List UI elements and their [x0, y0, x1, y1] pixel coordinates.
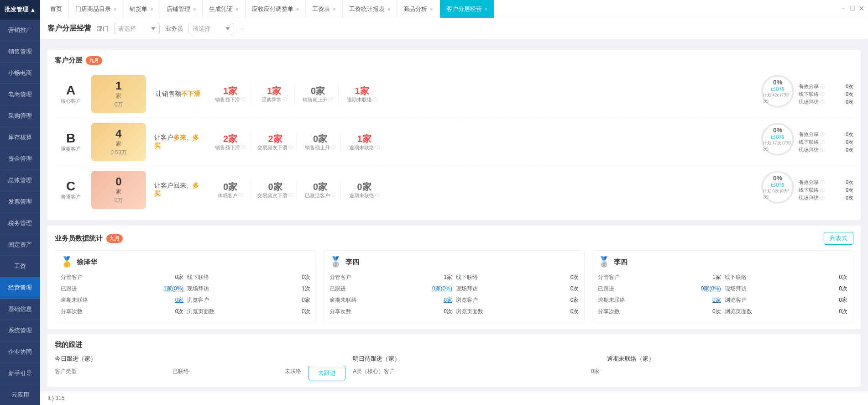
staff-stat-row: 浏览页面数 0次	[725, 307, 847, 316]
staff-stat-value: 0家	[839, 296, 847, 304]
sidebar-item-电商管理[interactable]: 电商管理	[0, 84, 40, 105]
filter-more[interactable]: ···	[240, 25, 245, 32]
contact-circle-A: 0% 已联络 计划 4次 (7天/次)	[761, 75, 794, 108]
tab-close-工资表[interactable]: ×	[333, 6, 335, 12]
sidebar-item-税务管理[interactable]: 税务管理	[0, 213, 40, 234]
minimize-icon[interactable]: －	[839, 4, 847, 14]
tab-客户分层经营[interactable]: 客户分层经营×	[440, 0, 494, 18]
tab-应收应付调整单[interactable]: 应收应付调整单×	[246, 0, 306, 18]
list-view-btn[interactable]: 列表式	[824, 232, 853, 245]
staff-stat-value: 0次	[839, 285, 847, 293]
tier-count-B[interactable]: 4 家 0.53万	[91, 123, 146, 161]
staff-stat-link[interactable]: 0家(0%)	[701, 285, 721, 293]
sidebar-item-总账管理[interactable]: 总账管理	[0, 170, 40, 191]
contact-circle-B: 0% 已联络 计划 17次 (7天/次)	[761, 123, 794, 156]
followup-btn-col: 去跟进	[309, 355, 345, 380]
sidebar-item-工资[interactable]: 工资	[0, 256, 40, 277]
tab-close-店铺管理[interactable]: ×	[193, 6, 196, 12]
sidebar-item-采购管理[interactable]: 采购管理	[0, 105, 40, 127]
stat-item[interactable]: 2家 销售额下滑 ⓘ	[210, 131, 251, 153]
stat-item[interactable]: 1家 逾期未联络 ⓘ	[341, 84, 382, 105]
tier-count-A[interactable]: 1 家 0万	[91, 75, 146, 113]
sidebar-item-基础信息[interactable]: 基础信息	[0, 299, 40, 320]
stat-item[interactable]: 2家 交易频次下滑 ⓘ	[254, 131, 297, 153]
staff-grid: 🥇 徐泽华 分管客户 0家 线下联络 0次 已跟进 1家(0%) 现场拜访 1次	[55, 250, 853, 322]
content-area: 客户分层 九月 A 核心客户 1 家 0万 让销售额不下滑 1家 销售额下滑 ⓘ…	[40, 44, 868, 391]
staff-stat-value: 0次	[175, 308, 184, 316]
stat-item[interactable]: 0家 销售额上升 ⓘ	[298, 84, 339, 105]
tier-row-C: C 普通客户 0 家 0万 让客户回来、多买 0家 休眠客户 ⓘ 0家 交易频次…	[55, 166, 853, 214]
tab-close-门店商品目录[interactable]: ×	[114, 6, 116, 12]
tab-门店商品目录[interactable]: 门店商品目录×	[69, 0, 123, 18]
stat-item[interactable]: 0家 已激活客户 ⓘ	[300, 179, 341, 201]
staff-stat-link[interactable]: 0家	[175, 296, 184, 304]
tab-首页[interactable]: 首页	[44, 0, 69, 18]
right-stats-B: 有效分享 ⓘ 0次 线下联络 ⓘ 0次 现场拜访 ⓘ 0次	[799, 123, 853, 161]
sidebar-item-固定资产[interactable]: 固定资产	[0, 234, 40, 256]
sidebar-item-云应用[interactable]: 云应用	[0, 384, 40, 405]
close-all-icon[interactable]: ✕	[858, 4, 864, 14]
staff-stat-row: 分管客户 1家	[329, 273, 452, 282]
sidebar-item-小畅电商[interactable]: 小畅电商	[0, 63, 40, 84]
staff-stat-link[interactable]: 0家	[444, 296, 452, 304]
stat-item[interactable]: 0家 交易频次下滑 ⓘ	[254, 179, 297, 201]
sidebar-item-系统管理[interactable]: 系统管理	[0, 320, 40, 342]
staff-stat-link[interactable]: 1家(0%)	[163, 285, 183, 293]
sidebar-item-资金管理[interactable]: 资金管理	[0, 148, 40, 170]
followup-section: 我的跟进 今日跟进（家） 客户类型 已联络 未联络 去跟进 明日待跟进（家）	[47, 334, 861, 387]
stat-item[interactable]: 0家 休眠客户 ⓘ	[210, 179, 251, 201]
staff-stat-link[interactable]: 0家(0%)	[432, 285, 452, 293]
staff-stat-value: 0家	[175, 274, 184, 281]
tab-close-生成凭证[interactable]: ×	[235, 6, 238, 12]
today-followup-title: 今日跟进（家）	[55, 355, 301, 363]
tier-stats-C: 0家 休眠客户 ⓘ 0家 交易频次下滑 ⓘ 0家 已激活客户 ⓘ 0家 逾期未联…	[210, 171, 757, 209]
followup-grid: 今日跟进（家） 客户类型 已联络 未联络 去跟进 明日待跟进（家） A类（核心）…	[55, 355, 853, 380]
sidebar-header[interactable]: 批发管理 ▲	[0, 0, 40, 20]
sidebar-item-经营管理[interactable]: 经营管理	[0, 277, 40, 299]
staff-stat-row: 逾期未联络 0家	[61, 295, 183, 305]
staff-stat-row: 逾期未联络 0家	[598, 295, 721, 305]
stat-item[interactable]: 1家 销售额下滑 ⓘ	[210, 84, 251, 105]
staff-stat-value: 0次	[444, 308, 452, 316]
tab-生成凭证[interactable]: 生成凭证×	[203, 0, 245, 18]
sidebar-item-库存核算[interactable]: 库存核算	[0, 127, 40, 148]
stat-item[interactable]: 1家 回购异常 ⓘ	[254, 84, 295, 105]
tier-count-C[interactable]: 0 家 0万	[91, 171, 146, 209]
stat-item[interactable]: 0家 销售额上升 ⓘ	[300, 131, 341, 153]
tier-action-C: 让客户回来、多买	[151, 171, 205, 209]
tab-close-应收应付调整单[interactable]: ×	[296, 6, 299, 12]
followup-tomorrow-col: 明日待跟进（家） A类（核心）客户 0家	[353, 355, 599, 376]
tab-销货单[interactable]: 销货单×	[123, 0, 160, 18]
tier-label-B: B 重要客户	[55, 123, 87, 161]
tab-店铺管理[interactable]: 店铺管理×	[160, 0, 203, 18]
staff-stat-value: 1家	[712, 274, 721, 281]
dept-select[interactable]: 请选择	[114, 23, 160, 34]
sidebar-item-新手引导[interactable]: 新手引导	[0, 363, 40, 384]
tab-close-工资统计报表[interactable]: ×	[387, 6, 390, 12]
staff-stat-link[interactable]: 0家	[712, 296, 721, 304]
tab-工资表[interactable]: 工资表×	[306, 0, 342, 18]
goto-followup-btn[interactable]: 去跟进	[309, 366, 345, 380]
sidebar-item-销售管理[interactable]: 销售管理	[0, 41, 40, 63]
tab-工资统计报表[interactable]: 工资统计报表×	[343, 0, 397, 18]
customer-tier-section: 客户分层 九月 A 核心客户 1 家 0万 让销售额不下滑 1家 销售额下滑 ⓘ…	[47, 50, 861, 220]
followup-overdue-col: 逾期未联络（家）	[607, 355, 853, 367]
tab-close-客户分层经营[interactable]: ×	[485, 6, 487, 12]
tab-商品分析[interactable]: 商品分析×	[397, 0, 439, 18]
staff-select[interactable]: 请选择	[188, 23, 234, 34]
staff-header: 🥈 李四	[598, 256, 847, 268]
staff-card-李四: 🥈 李四 分管客户 1家 线下联络 0次 已跟进 0家(0%) 现场拜访 0次	[592, 250, 853, 322]
staff-stats-grid: 分管客户 1家 线下联络 0次 已跟进 0家(0%) 现场拜访 0次 逾期未联络…	[598, 273, 847, 316]
maximize-icon[interactable]: □	[850, 4, 855, 14]
staff-stat-row: 浏览客户 0家	[187, 295, 310, 305]
tier-row-B: B 重要客户 4 家 0.53万 让客户多来、多买 2家 销售额下滑 ⓘ 2家 …	[55, 118, 853, 166]
sidebar-item-营销推广[interactable]: 营销推广	[0, 20, 40, 41]
tab-close-销货单[interactable]: ×	[150, 6, 153, 12]
staff-stat-row: 分享次数 0次	[329, 307, 452, 316]
sidebar-item-企业协同[interactable]: 企业协同	[0, 342, 40, 363]
sidebar-item-发票管理[interactable]: 发票管理	[0, 191, 40, 213]
tab-close-商品分析[interactable]: ×	[430, 6, 433, 12]
stat-item[interactable]: 1家 逾期未联络 ⓘ	[344, 131, 385, 153]
stat-item[interactable]: 0家 逾期未联络 ⓘ	[344, 179, 385, 201]
dept-label: 部门	[97, 25, 109, 33]
